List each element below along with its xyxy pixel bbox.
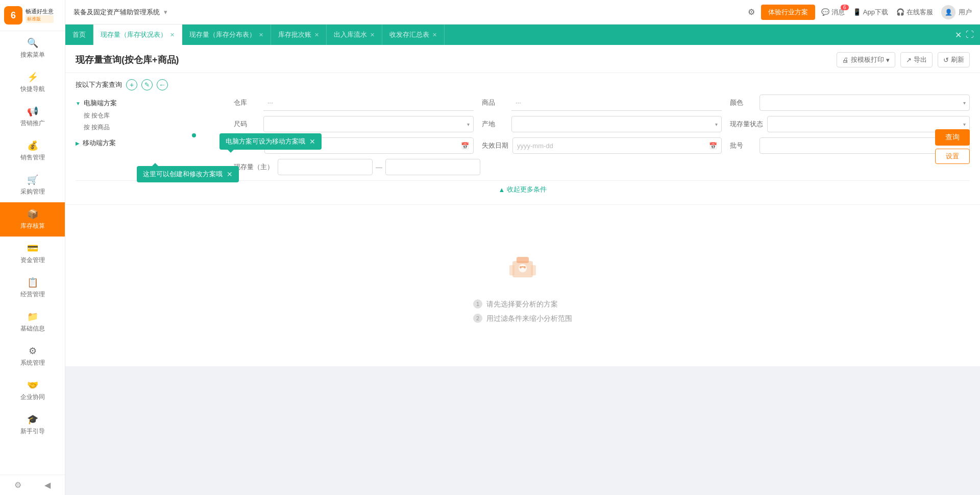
sidebar-label-system: 系统管理 bbox=[20, 359, 45, 367]
sidebar-item-marketing[interactable]: 📢 营销推广 bbox=[0, 100, 65, 134]
stock-main-from-input[interactable] bbox=[278, 159, 373, 175]
settings-footer-btn[interactable]: ⚙ bbox=[14, 480, 21, 490]
create-tooltip-text: 这里可以创建和修改方案哦 bbox=[143, 170, 223, 179]
tab-stock-dist-close[interactable]: ✕ bbox=[259, 32, 263, 38]
sales-icon: 💰 bbox=[27, 140, 38, 151]
user-menu-button[interactable]: 👤 用户 bbox=[941, 5, 972, 19]
filter-area: 按以下方案查询 + ✎ ← 电脑方案可设为移动方案哦 ✕ 这里可以创建和修 bbox=[65, 73, 980, 205]
svg-rect-3 bbox=[531, 265, 536, 275]
sidebar-item-ops[interactable]: 📋 经营管理 bbox=[0, 271, 65, 305]
search-button[interactable]: 查询 bbox=[935, 129, 970, 146]
stock-main-label: 现存量（主） bbox=[234, 162, 274, 172]
stock-main-to-input[interactable] bbox=[385, 159, 480, 175]
svg-point-6 bbox=[524, 266, 526, 268]
color-select[interactable] bbox=[760, 95, 970, 111]
collapse-bar[interactable]: ▲ 收起更多条件 bbox=[76, 180, 970, 198]
color-select-wrap: ▾ bbox=[760, 95, 970, 111]
tab-stock-dist[interactable]: 现存量（库存分布表） ✕ bbox=[182, 25, 271, 45]
goods-input[interactable]: ··· bbox=[511, 95, 722, 111]
tab-maximize-btn[interactable]: ⛶ bbox=[966, 30, 974, 39]
tabbar: 首页 现存量（库存状况表） ✕ 现存量（库存分布表） ✕ 库存批次账 ✕ 出入库… bbox=[65, 25, 980, 45]
sidebar-item-finance[interactable]: 💳 资金管理 bbox=[0, 237, 65, 271]
phone-icon: 📱 bbox=[853, 8, 861, 16]
sidebar-item-search[interactable]: 🔍 搜索菜单 bbox=[0, 31, 65, 65]
tab-recv-send[interactable]: 收发存汇总表 ✕ bbox=[382, 25, 445, 45]
flash-icon: ⚡ bbox=[27, 72, 38, 83]
app-download-button[interactable]: 📱 App下载 bbox=[853, 8, 888, 17]
tab-home[interactable]: 首页 bbox=[65, 25, 93, 45]
origin-select[interactable] bbox=[511, 116, 722, 132]
expire-date-label: 失效日期 bbox=[482, 141, 508, 150]
collapse-conditions-button[interactable]: ▲ 收起更多条件 bbox=[499, 185, 547, 194]
origin-label: 产地 bbox=[482, 120, 507, 129]
warehouse-label: 仓库 bbox=[234, 98, 259, 107]
refresh-button[interactable]: ↺ 刷新 bbox=[938, 52, 970, 67]
sidebar-item-collab[interactable]: 🤝 企业协同 bbox=[0, 373, 65, 408]
chevron-up-icon: ▲ bbox=[499, 186, 505, 194]
printer-icon: 🖨 bbox=[842, 56, 849, 64]
collapse-sidebar-btn[interactable]: ◀ bbox=[44, 480, 51, 490]
sidebar-item-sales[interactable]: 💰 销售管理 bbox=[0, 134, 65, 168]
search-icon: 🔍 bbox=[27, 37, 38, 49]
scheme-desktop-label: 电脑端方案 bbox=[84, 99, 117, 108]
warehouse-input[interactable]: ··· bbox=[263, 95, 474, 111]
calendar-icon-produce: 📅 bbox=[461, 142, 469, 150]
guide-icon: 🎓 bbox=[27, 414, 38, 425]
sidebar-item-stock[interactable]: 📦 库存核算 bbox=[0, 202, 65, 237]
ops-icon: 📋 bbox=[27, 277, 38, 288]
tip-num-2: 2 bbox=[473, 314, 482, 323]
message-icon: 💬 bbox=[821, 8, 829, 16]
tab-stock-status-close[interactable]: ✕ bbox=[170, 32, 175, 38]
expire-date-input[interactable]: yyyy-mm-dd 📅 bbox=[512, 137, 722, 154]
filter-label: 按以下方案查询 bbox=[76, 80, 122, 89]
tab-close-all-btn[interactable]: ✕ bbox=[955, 30, 962, 40]
size-select[interactable] bbox=[263, 116, 474, 132]
tree-arrow-down-icon: ▼ bbox=[76, 101, 81, 106]
dropdown-arrow-icon[interactable]: ▾ bbox=[164, 8, 167, 16]
tab-stock-dist-label: 现存量（库存分布表） bbox=[189, 30, 256, 39]
settings-gear-icon[interactable]: ⚙ bbox=[748, 7, 755, 17]
tree-arrow-right-icon: ▶ bbox=[76, 140, 80, 146]
svg-rect-2 bbox=[509, 265, 514, 275]
origin-select-wrap: ▾ bbox=[511, 116, 722, 132]
tab-in-out-flow[interactable]: 出入库流水 ✕ bbox=[327, 25, 382, 45]
scheme-tooltip-close[interactable]: ✕ bbox=[309, 137, 315, 146]
expire-date-placeholder: yyyy-mm-dd bbox=[517, 142, 553, 150]
tab-batch-account[interactable]: 库存批次账 ✕ bbox=[271, 25, 327, 45]
tab-in-out-flow-close[interactable]: ✕ bbox=[370, 32, 375, 38]
tab-stock-status[interactable]: 现存量（库存状况表） ✕ bbox=[93, 25, 182, 45]
filter-back-button[interactable]: ← bbox=[157, 79, 168, 90]
sidebar-item-purchase[interactable]: 🛒 采购管理 bbox=[0, 168, 65, 202]
industry-plan-button[interactable]: 体验行业方案 bbox=[761, 5, 815, 20]
sidebar-label-marketing: 营销推广 bbox=[20, 119, 45, 128]
empty-tip-1: 1 请先选择要分析的方案 bbox=[473, 297, 572, 311]
stock-status-label: 现存量状态 bbox=[730, 120, 763, 129]
refresh-icon: ↺ bbox=[943, 56, 949, 64]
sidebar-item-guide[interactable]: 🎓 新手引导 bbox=[0, 408, 65, 442]
filter-batch: 批号 bbox=[730, 137, 970, 154]
sidebar-label-search: 搜索菜单 bbox=[20, 51, 45, 59]
sidebar-item-system[interactable]: ⚙ 系统管理 bbox=[0, 339, 65, 373]
tip-num-1: 1 bbox=[473, 299, 482, 309]
scheme-mobile-label: 移动端方案 bbox=[83, 138, 116, 148]
sidebar-item-nav[interactable]: ⚡ 快捷导航 bbox=[0, 65, 65, 100]
export-button[interactable]: ↗ 导出 bbox=[900, 52, 933, 67]
online-chat-button[interactable]: 🎧 在线客服 bbox=[896, 8, 933, 17]
tip-text-2: 用过滤条件来缩小分析范围 bbox=[486, 311, 572, 325]
tab-batch-account-close[interactable]: ✕ bbox=[314, 32, 319, 38]
create-tooltip-close[interactable]: ✕ bbox=[227, 170, 233, 178]
message-button[interactable]: 💬 消息 6 bbox=[821, 8, 845, 17]
headset-icon: 🎧 bbox=[896, 8, 904, 16]
print-button[interactable]: 🖨 按模板打印 ▾ bbox=[837, 52, 895, 67]
svg-rect-1 bbox=[517, 257, 529, 263]
filter-add-button[interactable]: + bbox=[126, 79, 137, 90]
setting-button[interactable]: 设置 bbox=[935, 149, 970, 164]
tab-recv-send-label: 收发存汇总表 bbox=[389, 30, 429, 39]
sidebar-item-basic[interactable]: 📁 基础信息 bbox=[0, 305, 65, 339]
page-inner: 现存量查询(按仓库+商品) 🖨 按模板打印 ▾ ↗ 导出 ↺ bbox=[65, 45, 980, 366]
size-label: 尺码 bbox=[234, 120, 259, 129]
filter-edit-button[interactable]: ✎ bbox=[141, 79, 153, 90]
range-separator: — bbox=[376, 163, 382, 171]
tab-recv-send-close[interactable]: ✕ bbox=[432, 32, 437, 38]
filter-stock-status: 现存量状态 ▾ bbox=[730, 116, 970, 132]
